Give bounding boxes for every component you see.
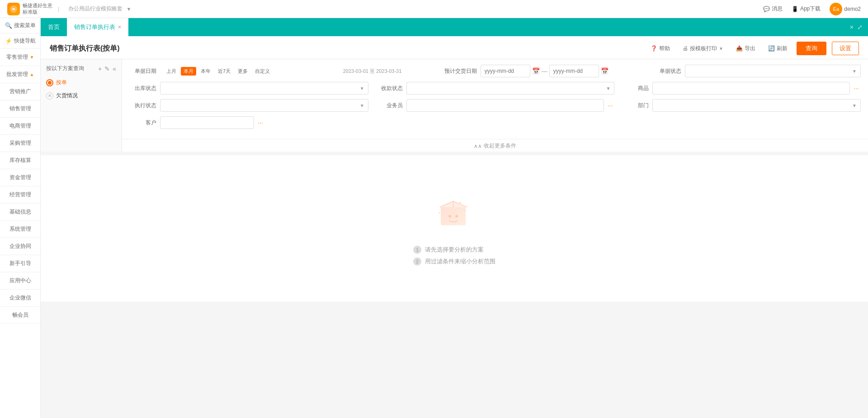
salesperson-more-icon[interactable]: ···	[606, 102, 615, 109]
top-header: 畅捷通好生意 标准版 | 办公用品行业模拟账套 ▼ 💬 消息 📱 App下载 E…	[0, 0, 868, 18]
sidebar-item-sales[interactable]: 销售管理	[0, 100, 40, 118]
goods-control: ···	[652, 82, 861, 95]
sidebar-search[interactable]: 🔍 搜索菜单	[0, 18, 40, 33]
field-execute: 执行状态 ▼	[129, 99, 368, 112]
tab-home[interactable]: 首页	[41, 18, 67, 36]
app-download-btn[interactable]: 📱 App下载	[792, 5, 821, 13]
scheme-circle-1: ✕	[46, 92, 53, 100]
app-label: App下载	[800, 5, 821, 13]
date-tab-7days[interactable]: 近7天	[215, 67, 233, 76]
sidebar-nav-item[interactable]: ⚡ 快捷导航	[0, 33, 40, 49]
page-title: 销售订单执行表(按单)	[50, 44, 120, 53]
tab-active[interactable]: 销售订单执行表 ×	[67, 18, 128, 36]
svg-text:✦: ✦	[459, 201, 462, 205]
sidebar-item-finance[interactable]: 资金管理	[0, 169, 40, 186]
forecast-date-label: 预计交货日期	[441, 67, 477, 75]
filter-row-3: 执行状态 ▼ 业务员	[129, 99, 861, 112]
logo-text-area: 畅捷通好生意 标准版	[23, 3, 52, 14]
sidebar-item-member[interactable]: 畅会员	[0, 307, 40, 324]
sidebar-item-marketing-label: 营销推广	[9, 88, 31, 95]
sidebar-item-appcenter-label: 应用中心	[9, 277, 31, 285]
execute-control: ▼	[160, 99, 368, 112]
tab-close-icon[interactable]: ×	[118, 24, 121, 30]
scheme-item-1[interactable]: ✕ 欠货情况	[41, 89, 122, 102]
field-date: 单据日期 上月 本月 本年 近7天 更多 自定义	[129, 67, 336, 76]
sidebar-item-ecommerce[interactable]: 电商管理	[0, 118, 40, 135]
retail-expand-icon: ▼	[30, 55, 34, 60]
sidebar-item-purchase[interactable]: 采购管理	[0, 135, 40, 152]
sidebar-item-basic[interactable]: 基础信息	[0, 204, 40, 221]
receipt-select[interactable]: ▼	[406, 82, 615, 95]
outbound-label: 出库状态	[129, 85, 156, 92]
sidebar-item-wholesale[interactable]: 批发管理 ▲	[0, 66, 40, 83]
customer-more-icon[interactable]: ···	[256, 119, 265, 126]
sidebar-item-inventory[interactable]: 库存核算	[0, 152, 40, 169]
sidebar-item-wechat-label: 企业微信	[9, 294, 31, 302]
single-status-label: 单据状态	[654, 67, 681, 75]
print-dropdown-icon: ▼	[719, 46, 723, 51]
department-select[interactable]: ▼	[652, 99, 861, 112]
header-right: 💬 消息 📱 App下载 Ea demo2	[763, 3, 861, 15]
scheme-dot-inner	[48, 81, 52, 85]
outbound-select[interactable]: ▼	[160, 82, 368, 95]
empty-tips: 1 请先选择要分析的方案 2 用过滤条件来缩小分析范围	[413, 246, 495, 266]
sidebar-item-retail[interactable]: 零售管理 ▼	[0, 49, 40, 66]
help-btn[interactable]: ❓ 帮助	[647, 43, 674, 54]
settings-btn[interactable]: 设置	[832, 42, 859, 55]
single-status-select[interactable]: ▼	[685, 65, 861, 77]
forecast-date-start[interactable]	[481, 65, 530, 77]
scheme-item-0[interactable]: 按单	[41, 76, 122, 89]
customer-input[interactable]	[160, 116, 254, 129]
collapse-row[interactable]: ∧∧ 收起更多条件	[122, 139, 868, 152]
refresh-btn[interactable]: 🔄 刷新	[764, 43, 791, 54]
help-label: 帮助	[659, 45, 670, 52]
sidebar-item-appcenter[interactable]: 应用中心	[0, 272, 40, 290]
query-btn[interactable]: 查询	[797, 42, 826, 55]
forecast-date-end[interactable]	[549, 65, 599, 77]
scheme-collapse-icon[interactable]: «	[113, 65, 116, 72]
sidebar: 🔍 搜索菜单 ⚡ 快捷导航 零售管理 ▼ 批发管理 ▲ 营销推广 销售管理 电商…	[0, 18, 41, 418]
tab-expand-btn[interactable]: ⤢	[857, 24, 863, 31]
sidebar-item-system[interactable]: 系统管理	[0, 221, 40, 238]
main-layout: 🔍 搜索菜单 ⚡ 快捷导航 零售管理 ▼ 批发管理 ▲ 营销推广 销售管理 电商…	[0, 18, 868, 418]
scheme-actions: + ✎ «	[98, 65, 116, 72]
sidebar-nav-label: 快捷导航	[14, 37, 36, 45]
sidebar-item-operation[interactable]: 经营管理	[0, 186, 40, 204]
execute-label: 执行状态	[129, 102, 156, 109]
goods-input[interactable]	[652, 82, 850, 95]
refresh-label: 刷新	[777, 45, 788, 52]
date-tab-lastmonth[interactable]: 上月	[164, 67, 179, 76]
salesperson-input[interactable]	[406, 99, 604, 112]
user-area[interactable]: Ea demo2	[830, 3, 861, 15]
sidebar-item-collab[interactable]: 企业协同	[0, 238, 40, 255]
empty-tip-2: 2 用过滤条件来缩小分析范围	[413, 257, 495, 266]
salesperson-control: ···	[406, 99, 615, 112]
date-tab-thisyear[interactable]: 本年	[198, 67, 213, 76]
receipt-chevron: ▼	[606, 86, 610, 91]
sidebar-item-marketing[interactable]: 营销推广	[0, 83, 40, 100]
export-btn[interactable]: 📤 导出	[732, 43, 759, 54]
message-btn[interactable]: 💬 消息	[763, 5, 783, 13]
collapse-label: 收起更多条件	[484, 142, 516, 150]
tab-close-window-btn[interactable]: ×	[850, 24, 854, 31]
date-tab-thismonth[interactable]: 本月	[181, 67, 196, 76]
breadcrumb-expand-icon[interactable]: ▼	[126, 6, 131, 12]
department-control: ▼	[652, 99, 861, 112]
export-icon: 📤	[736, 45, 743, 52]
execute-select[interactable]: ▼	[160, 99, 368, 112]
customer-label: 客户	[129, 119, 156, 127]
logo-area: 畅捷通好生意 标准版	[7, 3, 52, 15]
filter-row-2: 出库状态 ▼ 收款状态	[129, 82, 861, 95]
print-btn[interactable]: 🖨 按模板打印 ▼	[679, 43, 727, 54]
scheme-edit-icon[interactable]: ✎	[104, 65, 110, 72]
tab-bar-actions: × ⤢	[850, 24, 863, 31]
date-tab-more[interactable]: 更多	[235, 67, 250, 76]
sidebar-item-sales-label: 销售管理	[9, 105, 31, 113]
sidebar-item-wechat[interactable]: 企业微信	[0, 290, 40, 307]
app-icon: 📱	[792, 6, 798, 12]
goods-more-icon[interactable]: ···	[852, 85, 861, 92]
date-tab-custom[interactable]: 自定义	[252, 67, 273, 76]
scheme-add-icon[interactable]: +	[98, 65, 102, 72]
sidebar-item-newuser[interactable]: 新手引导	[0, 255, 40, 272]
filter-panel: 按以下方案查询 + ✎ « 按单	[41, 59, 868, 152]
